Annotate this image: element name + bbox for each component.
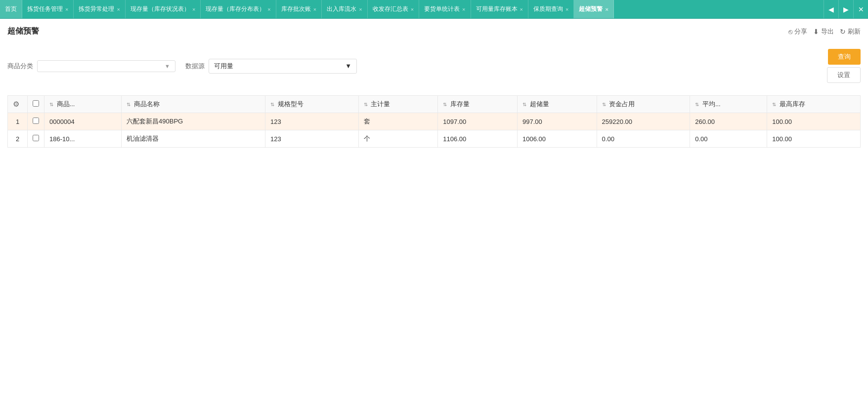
close-icon[interactable]: × [267,6,270,12]
row-checkbox[interactable] [33,118,39,124]
category-label: 商品分类 [7,62,33,71]
datasource-select[interactable]: 可用量 ▼ [209,59,357,74]
close-icon[interactable]: × [192,6,195,12]
nav-inventory-status[interactable]: 现存量（库存状况表） × [126,0,201,18]
close-icon[interactable]: × [65,6,68,12]
row-maxstock: 100.00 [767,130,861,148]
export-button[interactable]: ⬇ 导出 [813,27,834,36]
sort-icon: ⇅ [522,102,526,107]
category-select[interactable]: ▼ [37,60,175,72]
filter-buttons: 查询 设置 [827,49,861,83]
close-icon[interactable]: × [605,6,608,12]
share-button[interactable]: ⎋ 分享 [788,27,807,36]
row-name: 机油滤清器 [122,130,265,148]
row-checkbox[interactable] [33,135,39,141]
table-row: 1 0000004 六配套新昌490BPG 123 套 1097.00 997.… [8,113,861,130]
datasource-label: 数据源 [185,62,205,71]
nav-requisition[interactable]: 要货单统计表 × [419,0,471,18]
row-stock: 1097.00 [438,113,518,130]
page-header: 超储预警 ⎋ 分享 ⬇ 导出 ↻ 刷新 [7,26,861,37]
page-title: 超储预警 [7,26,39,37]
row-spec: 123 [265,130,359,148]
export-icon: ⬇ [813,28,819,36]
row-name: 六配套新昌490BPG [122,113,265,130]
row-spec: 123 [265,113,359,130]
nav-task-mgmt[interactable]: 拣货任务管理 × [22,0,74,18]
share-icon: ⎋ [788,28,792,36]
nav-close-all[interactable]: ✕ [853,0,868,18]
nav-prev-arrow[interactable]: ◀ [824,0,838,18]
row-checkbox-cell [28,113,44,130]
nav-expiry[interactable]: 保质期查询 × [528,0,574,18]
row-over: 997.00 [517,113,597,130]
sort-icon: ⇅ [602,102,606,107]
datasource-value: 可用量 [214,62,233,71]
close-icon[interactable]: × [462,6,465,12]
th-capital[interactable]: ⇅ 资金占用 [597,96,690,113]
nav-batch[interactable]: 库存批次账 × [276,0,322,18]
close-icon[interactable]: × [565,6,568,12]
sort-icon: ⇅ [270,102,274,107]
nav-next-arrow[interactable]: ▶ [838,0,853,18]
th-check [28,96,44,113]
select-all-checkbox[interactable] [33,100,39,107]
table-row: 2 186-10... 机油滤清器 123 个 1106.00 1006.00 … [8,130,861,148]
nav-arrows: ◀ ▶ ✕ [824,0,868,18]
sort-icon: ⇅ [127,102,130,107]
nav-overstock[interactable]: 超储预警 × [574,0,613,18]
table-header: ⚙ ⇅ 商品... ⇅ 商品名称 ⇅ 规格型号 ⇅ [8,96,861,113]
gear-icon[interactable]: ⚙ [13,100,19,108]
th-avg[interactable]: ⇅ 平均... [690,96,767,113]
datasource-filter: 数据源 可用量 ▼ [185,59,357,74]
th-over[interactable]: ⇅ 超储量 [517,96,597,113]
row-unit: 套 [358,113,438,130]
sort-icon: ⇅ [49,102,53,107]
chevron-down-icon: ▼ [345,62,351,70]
row-capital: 259220.00 [597,113,690,130]
nav-exception[interactable]: 拣货异常处理 × [74,0,125,18]
close-icon[interactable]: × [117,6,120,12]
refresh-button[interactable]: ↻ 刷新 [840,27,861,36]
filter-row: 商品分类 ▼ 数据源 可用量 ▼ 查询 设置 [7,44,861,88]
nav-summary[interactable]: 收发存汇总表 × [368,0,419,18]
close-icon[interactable]: × [520,6,523,12]
data-table: ⚙ ⇅ 商品... ⇅ 商品名称 ⇅ 规格型号 ⇅ [7,95,861,148]
row-capital: 0.00 [597,130,690,148]
nav-available-stock[interactable]: 可用量库存账本 × [471,0,528,18]
th-settings: ⚙ [8,96,28,113]
refresh-icon: ↻ [840,28,846,36]
row-stock: 1106.00 [438,130,518,148]
th-code[interactable]: ⇅ 商品... [44,96,122,113]
sort-icon: ⇅ [695,102,699,107]
th-unit[interactable]: ⇅ 主计量 [358,96,438,113]
close-icon[interactable]: × [411,6,414,12]
page-container: 超储预警 ⎋ 分享 ⬇ 导出 ↻ 刷新 商品分类 ▼ 数据源 [0,19,868,395]
sort-icon: ⇅ [772,102,776,107]
th-spec[interactable]: ⇅ 规格型号 [265,96,359,113]
row-unit: 个 [358,130,438,148]
row-code: 0000004 [44,113,122,130]
sort-icon: ⇅ [364,102,368,107]
nav-inventory-dist[interactable]: 现存量（库存分布表） × [201,0,276,18]
category-filter: 商品分类 ▼ [7,60,175,72]
row-code: 186-10... [44,130,122,148]
nav-bar: 首页 拣货任务管理 × 拣货异常处理 × 现存量（库存状况表） × 现存量（库存… [0,0,868,19]
settings-button[interactable]: 设置 [827,67,861,83]
nav-inout-flow[interactable]: 出入库流水 × [322,0,367,18]
chevron-down-icon: ▼ [165,63,170,69]
header-actions: ⎋ 分享 ⬇ 导出 ↻ 刷新 [788,27,861,36]
sort-icon: ⇅ [443,102,447,107]
row-num: 1 [8,113,28,130]
row-num: 2 [8,130,28,148]
row-checkbox-cell [28,130,44,148]
th-maxstock[interactable]: ⇅ 最高库存 [767,96,861,113]
nav-home[interactable]: 首页 [0,0,22,18]
close-icon[interactable]: × [313,6,316,12]
th-name[interactable]: ⇅ 商品名称 [122,96,265,113]
query-button[interactable]: 查询 [828,49,861,65]
close-icon[interactable]: × [359,6,362,12]
row-avg: 0.00 [690,130,767,148]
row-maxstock: 100.00 [767,113,861,130]
th-stock[interactable]: ⇅ 库存量 [438,96,518,113]
row-over: 1006.00 [517,130,597,148]
